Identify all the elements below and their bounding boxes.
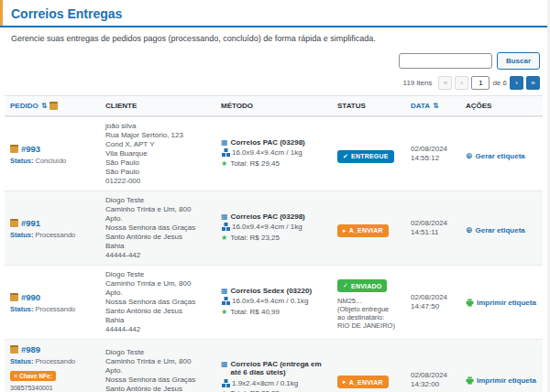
header-pedido[interactable]: PEDIDO ⇅ [5, 96, 100, 115]
date-cell: 02/08/2024 14:51:11 [405, 214, 460, 242]
cubes-icon [222, 301, 226, 305]
header-metodo: MÉTODO [215, 96, 332, 115]
box-icon: ▦ [221, 138, 228, 147]
method-name: Correios Sedex (03220) [231, 287, 313, 296]
star-icon: ★ [221, 308, 227, 317]
order-cell: #993 Status: Concluído [5, 139, 100, 169]
tracking-note: ao destinatário: [337, 313, 400, 321]
print-label-link[interactable]: Imprimir etiqueta [466, 299, 536, 307]
client-line: 01222-000 [105, 177, 210, 185]
order-status-value: Processando [36, 305, 76, 313]
client-line: Caminho Trinta e Um, 800 [105, 357, 210, 365]
actions-cell: ⊕ Gerar etiqueta [460, 141, 543, 167]
admin-screen: Correios Entregas Gerencie suas entregas… [0, 0, 550, 392]
status-cell: ✓ ENVIADO NM25... (Objeto entregue ao de… [332, 270, 405, 334]
client-line: São Paulo [105, 168, 210, 176]
correios-entregas-page: Correios Entregas Gerencie suas entregas… [0, 0, 547, 392]
date-cell: 02/08/2024 14:55:12 [405, 140, 460, 168]
last-page-button[interactable]: » [526, 76, 540, 90]
printer-icon [466, 376, 474, 385]
truck-icon: ▸ [343, 227, 346, 234]
client-line: Apto. [105, 214, 210, 223]
star-icon: ★ [221, 159, 227, 169]
client-line: joão silva [105, 122, 210, 130]
printer-icon [466, 299, 474, 307]
header-acoes: AÇÕES [460, 96, 543, 115]
order-link[interactable]: #991 [21, 218, 40, 228]
nfe-key-badge: ≡ Chave NFe: [10, 371, 56, 381]
client-cell: Diogo Teste Caminho Trinta e Um, 800 Apt… [100, 266, 215, 339]
page-title: Correios Entregas [0, 0, 547, 26]
box-icon: ▦ [221, 287, 228, 296]
method-cell: ▦Correios PAC (03298) 16.0x9.4×9.4cm / 1… [215, 208, 332, 249]
client-line: Diogo Teste [105, 270, 210, 278]
method-cell: ▦Correios PAC (entrega em até 6 dias úte… [215, 355, 332, 392]
tracking-code: NM25... [337, 297, 400, 305]
status-badge-label: ENVIADO [351, 283, 381, 289]
pagination: 119 itens « ‹ de 6 › » [0, 71, 547, 95]
client-line: Nossa Senhora das Graças [105, 298, 210, 306]
order-time: 14:32:00 [411, 380, 455, 389]
header-data[interactable]: DATA ⇅ [405, 96, 460, 115]
order-link[interactable]: #993 [21, 144, 40, 154]
order-time: 14:55:12 [411, 154, 455, 163]
first-page-button[interactable]: « [438, 76, 452, 90]
search-button[interactable]: Buscar [497, 52, 540, 70]
method-dimensions: 16.0x9.4×9.4cm / 1kg [232, 223, 302, 232]
package-icon [10, 345, 18, 354]
client-line: Santo Antônio de Jesus [105, 307, 210, 315]
header-status: STATUS [332, 96, 405, 115]
method-dimensions: 1.9x2.4×8cm / 0.1kg [232, 379, 298, 388]
client-line: Vila Buarque [105, 149, 210, 158]
items-count: 119 itens [403, 79, 433, 87]
method-cell: ▦Correios PAC (03298) 16.0x9.4×9.4cm / 1… [215, 134, 332, 175]
order-cell: #990 Status: Processando [5, 288, 100, 318]
search-controls: Buscar [0, 49, 547, 71]
client-line: Santo Antônio de Jesus [105, 233, 210, 241]
method-total: Total: R$ 29,45 [230, 159, 280, 169]
client-cell: Diogo Teste Caminho Trinta e Um, 800 Apt… [100, 191, 215, 265]
current-page-input[interactable] [471, 76, 490, 90]
client-cell: Diogo Teste Caminho Trinta e Um, 800 Apt… [100, 343, 215, 392]
total-pages-label: de 6 [492, 79, 507, 87]
plus-circle-icon: ⊕ [466, 152, 473, 159]
order-link[interactable]: #989 [21, 344, 40, 354]
print-label-link[interactable]: Imprimir etiqueta [466, 376, 536, 385]
cubes-icon [222, 384, 226, 387]
search-input[interactable] [399, 53, 492, 69]
method-total: Total: R$ 40,99 [230, 308, 280, 317]
generate-label-link[interactable]: ⊕ Gerar etiqueta [466, 152, 525, 160]
client-line: Santo Antônio de Jesus [105, 385, 210, 392]
client-line: São Paulo [105, 158, 210, 167]
delivered-icon: ✔ [343, 153, 348, 160]
box-icon: ▦ [221, 360, 228, 369]
tracking-note: RIO DE JANEIRO) [337, 321, 400, 330]
plus-circle-icon: ⊕ [466, 226, 473, 234]
client-line: 44444-442 [105, 325, 210, 333]
order-link[interactable]: #990 [21, 292, 40, 302]
client-line: Nossa Senhora das Graças [105, 223, 210, 232]
method-name: Correios PAC (entrega em até 6 dias útei… [231, 360, 326, 377]
next-page-button[interactable]: › [510, 76, 523, 90]
status-badge: ✔ ENTREGUE [337, 150, 394, 163]
method-cell: ▦Correios Sedex (03220) 16.0x9.4×9.4cm /… [215, 282, 332, 323]
method-dimensions: 16.0x9.4×9.4cm / 1kg [232, 148, 302, 158]
client-cell: joão silva Rua Major Sertório, 123 Cond … [100, 117, 215, 191]
prev-page-button[interactable]: ‹ [455, 76, 468, 90]
order-status-label: Status: [10, 305, 33, 313]
status-badge: ▸ A_ENVIAR [337, 376, 389, 388]
table-row: #993 Status: Concluído joão silva Rua Ma… [5, 116, 543, 191]
table-row: #991 Status: Processando Diogo Teste Cam… [5, 191, 543, 265]
generate-label-link[interactable]: ⊕ Gerar etiqueta [466, 226, 525, 234]
status-cell: ▸ A_ENVIAR [332, 366, 405, 392]
actions-cell: ⊕ Gerar etiqueta [460, 215, 543, 241]
package-icon [50, 102, 58, 110]
header-cliente: CLIENTE [100, 96, 215, 115]
actions-cell: Imprimir etiqueta [460, 289, 543, 315]
client-line: Rua Major Sertório, 123 [105, 131, 210, 139]
method-dimensions: 16.0x9.4×9.4cm / 0.1kg [232, 297, 308, 306]
check-icon: ✓ [343, 282, 348, 289]
page-subtitle: Gerencie suas entregas de pedidos pagos … [0, 27, 547, 49]
order-cell: #991 Status: Processando [5, 213, 100, 244]
order-status-value: Concluído [36, 157, 67, 165]
